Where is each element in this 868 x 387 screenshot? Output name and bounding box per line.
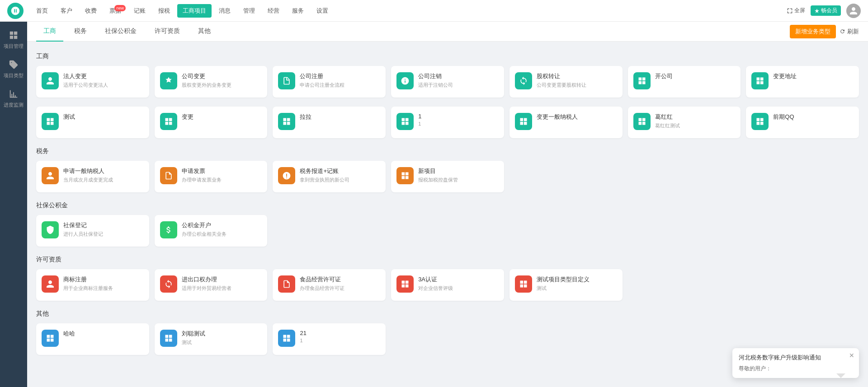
member-btn[interactable]: 畅会员 xyxy=(811,5,841,16)
card-info: 公司注册 申请公司注册全流程 xyxy=(300,72,380,89)
nav-manage[interactable]: 管理 xyxy=(238,4,260,18)
card-import-export[interactable]: 进出口权办理 适用于对外贸易经营者 xyxy=(155,269,268,301)
card-change-taxpayer[interactable]: 变更一般纳税人 xyxy=(509,107,623,138)
card-name: 税务报道+记账 xyxy=(300,167,380,175)
tab-permit[interactable]: 许可资质 xyxy=(147,22,187,42)
card-change-address[interactable]: 变更地址 xyxy=(746,66,859,98)
card-icon xyxy=(751,113,769,130)
tag-icon xyxy=(7,58,20,71)
nav-customer[interactable]: 客户 xyxy=(55,4,78,18)
nav-message[interactable]: 消息 xyxy=(213,4,236,18)
nav-payment[interactable]: 收费 xyxy=(80,4,102,18)
sidebar-item-project-manage[interactable]: 项目管理 xyxy=(2,25,25,53)
card-desc: 拿到营业执照的新公司 xyxy=(300,177,380,183)
new-type-button[interactable]: 新增业务类型 xyxy=(790,25,836,38)
card-haha[interactable]: 哈哈 xyxy=(36,323,149,355)
card-desc: 测试 xyxy=(182,339,262,346)
card-icon xyxy=(396,167,414,184)
card-name: 商标注册 xyxy=(63,275,144,284)
card-name: 进出口权办理 xyxy=(182,275,262,284)
card-test-type[interactable]: 测试项目类型目定义 测试 xyxy=(509,269,623,301)
nav-service[interactable]: 服务 xyxy=(287,4,309,18)
tab-industry[interactable]: 工商 xyxy=(36,22,63,42)
nav-home[interactable]: 首页 xyxy=(31,4,53,18)
logo[interactable] xyxy=(7,3,24,19)
card-liucong-test[interactable]: 刘聪测试 测试 xyxy=(155,323,268,355)
card-icon xyxy=(396,72,414,89)
sidebar-item-progress[interactable]: 进度监测 xyxy=(2,84,25,112)
sidebar-label-project-manage: 项目管理 xyxy=(4,43,24,49)
card-desc: 办理申请发票业务 xyxy=(182,177,262,183)
card-trademark[interactable]: 商标注册 用于企业商标注册服务 xyxy=(36,269,149,301)
card-icon xyxy=(42,330,59,347)
card-icon xyxy=(42,221,59,238)
card-icon xyxy=(160,72,177,89)
card-company-cancel[interactable]: 公司注销 适用于注销公司 xyxy=(391,66,504,98)
card-info: 开公司 xyxy=(655,72,736,82)
card-info: 变更 xyxy=(182,113,262,122)
card-desc: 适用于对外贸易经营者 xyxy=(182,285,262,292)
card-desc: 测试 xyxy=(537,285,617,292)
card-fund-open[interactable]: 公积金开户 办理公积金相关业务 xyxy=(155,215,268,247)
card-tax-bookkeeping[interactable]: 税务报道+记账 拿到营业执照的新公司 xyxy=(273,161,386,192)
card-company-register[interactable]: 公司注册 申请公司注册全流程 xyxy=(273,66,386,98)
card-info: 1 1 xyxy=(418,113,499,126)
card-name: 变更一般纳税人 xyxy=(537,113,617,121)
card-test[interactable]: 测试 xyxy=(36,107,149,138)
tab-actions: 新增业务类型 刷新 xyxy=(790,25,859,38)
refresh-button[interactable]: 刷新 xyxy=(840,28,859,36)
section-title-xuke: 许可资质 xyxy=(36,256,859,264)
nav-industry[interactable]: 工商项目 xyxy=(177,4,212,18)
card-new-project[interactable]: 新项目 报税加税控盘保管 xyxy=(391,161,504,192)
user-avatar[interactable] xyxy=(846,4,861,18)
nav-settings[interactable]: 设置 xyxy=(311,4,334,18)
tab-social[interactable]: 社保公积金 xyxy=(98,22,144,42)
card-qq[interactable]: 前期QQ xyxy=(746,107,859,138)
chart-icon xyxy=(7,88,20,100)
card-icon xyxy=(278,275,295,293)
card-food-permit[interactable]: 食品经营许可证 办理食品经营许可证 xyxy=(273,269,386,301)
card-name: 公司注销 xyxy=(418,72,499,80)
card-legal-change[interactable]: 法人变更 适用于公司变更法人 xyxy=(36,66,149,98)
fullscreen-btn[interactable]: 全屏 xyxy=(787,7,805,14)
notification-body: 尊敬的用户： xyxy=(739,364,853,373)
card-info: 前期QQ xyxy=(773,113,854,122)
sidebar-label-progress: 进度监测 xyxy=(4,102,24,108)
tab-tax[interactable]: 税务 xyxy=(67,22,94,42)
nav-items: 首页 客户 收费 票据new 记账 报税 工商项目 消息 管理 经营 服务 设置 xyxy=(31,4,787,18)
card-3a-cert[interactable]: 3A认证 对企业信誉评级 xyxy=(391,269,504,301)
card-gehonghong[interactable]: 葛红红 葛红红测试 xyxy=(628,107,741,138)
card-info: 拉拉 xyxy=(300,113,380,122)
tab-other[interactable]: 其他 xyxy=(191,22,218,42)
card-info: 申请发票 办理申请发票业务 xyxy=(182,167,262,183)
sidebar-item-project-type[interactable]: 项目类型 xyxy=(2,55,25,82)
card-info: 股权转让 公司变更需要股权转让 xyxy=(537,72,617,89)
card-icon xyxy=(278,72,295,89)
card-icon xyxy=(633,72,651,89)
card-name: 变更 xyxy=(182,113,262,121)
section-title-qita: 其他 xyxy=(36,310,859,318)
card-info: 公积金开户 办理公积金相关业务 xyxy=(182,221,262,238)
card-21[interactable]: 21 1 xyxy=(273,323,386,355)
card-apply-invoice[interactable]: 申请发票 办理申请发票业务 xyxy=(155,161,268,192)
nav-bill[interactable]: 票据new xyxy=(104,4,127,18)
card-name: 法人变更 xyxy=(63,72,144,80)
nav-bookkeeping[interactable]: 记账 xyxy=(128,4,151,18)
card-icon xyxy=(42,275,59,293)
card-equity-transfer[interactable]: 股权转让 公司变更需要股权转让 xyxy=(509,66,623,98)
card-lala[interactable]: 拉拉 xyxy=(273,107,386,138)
card-company-change[interactable]: 公司变更 股权变更外的业务变更 xyxy=(155,66,268,98)
notification-close[interactable]: ✕ xyxy=(849,352,854,359)
card-open-company[interactable]: 开公司 xyxy=(628,66,741,98)
card-desc: 办理公积金相关业务 xyxy=(182,231,262,238)
card-info: 变更地址 xyxy=(773,72,854,82)
card-1[interactable]: 1 1 xyxy=(391,107,504,138)
nav-operation[interactable]: 经营 xyxy=(262,4,285,18)
content-area: 工商 税务 社保公积金 许可资质 其他 新增业务类型 刷新 工商 xyxy=(27,22,868,387)
card-social-register[interactable]: 社保登记 进行人员社保登记 xyxy=(36,215,149,247)
card-change2[interactable]: 变更 xyxy=(155,107,268,138)
card-desc: 公司变更需要股权转让 xyxy=(537,82,617,89)
badge-new: new xyxy=(114,5,126,11)
card-apply-taxpayer[interactable]: 申请一般纳税人 当月或次月成变更完成 xyxy=(36,161,149,192)
nav-tax[interactable]: 报税 xyxy=(153,4,175,18)
